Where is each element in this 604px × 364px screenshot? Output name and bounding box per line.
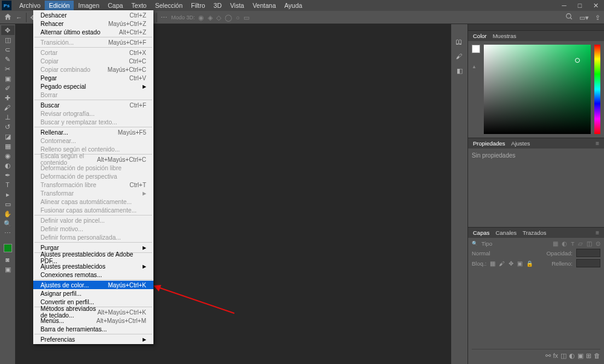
menu-item-asignar-perfil[interactable]: Asignar perfil... (33, 289, 153, 298)
tab-swatches[interactable]: Muestras (493, 33, 516, 39)
menu-edición[interactable]: Edición (45, 1, 74, 10)
fill-input[interactable] (576, 259, 600, 267)
tab-paths[interactable]: Trazados (522, 229, 546, 236)
blur-tool[interactable]: ◉ (1, 151, 14, 161)
more-icon[interactable]: ⋯ (161, 14, 167, 21)
lock-all-icon[interactable]: 🔒 (526, 260, 533, 267)
filter-type-icon[interactable]: T (571, 240, 574, 247)
learn-icon[interactable]: 🕮 (454, 36, 465, 47)
history-icon[interactable]: ◧ (454, 65, 465, 76)
crop-tool[interactable]: ✂ (1, 64, 14, 74)
hue-slider[interactable] (594, 45, 600, 134)
menu-vista[interactable]: Vista (226, 1, 248, 10)
3d-slide-icon[interactable]: ◇ (216, 14, 221, 21)
hand-tool[interactable]: ✋ (1, 209, 14, 219)
marquee-tool[interactable]: ◫ (1, 35, 14, 45)
quickmask-tool[interactable]: ◙ (1, 255, 14, 264)
pen-tool[interactable]: ✒ (1, 170, 14, 180)
3d-orbit-icon[interactable]: ◉ (198, 14, 204, 21)
lasso-tool[interactable]: ⊂ (1, 45, 14, 54)
search-icon[interactable] (565, 13, 573, 22)
menu-item-purgar[interactable]: Purgar▶ (33, 243, 153, 252)
layer-mask-icon[interactable]: ◫ (561, 352, 567, 359)
delete-layer-icon[interactable]: 🗑 (594, 352, 600, 359)
tab-adjustments[interactable]: Ajustes (511, 140, 530, 147)
menu-item-barra-de-herramientas[interactable]: Barra de herramientas... (33, 325, 153, 333)
3d-cam-icon[interactable]: ▭ (243, 14, 249, 21)
menu-ventana[interactable]: Ventana (248, 1, 280, 10)
history-brush-tool[interactable]: ↺ (1, 122, 14, 132)
menu-item-ajustes-preestablecidos-de-adobe-pdf[interactable]: Ajustes preestablecidos de Adobe PDF... (33, 254, 153, 262)
menu-filtro[interactable]: Filtro (187, 1, 209, 10)
workspace-icon[interactable]: ▭▾ (579, 14, 589, 21)
menu-item-pegado-especial[interactable]: Pegado especial▶ (33, 82, 153, 91)
screenmode-tool[interactable]: ▣ (1, 264, 14, 274)
heal-tool[interactable]: ✚ (1, 93, 14, 103)
layer-style-icon[interactable]: fx (553, 352, 558, 359)
group-icon[interactable]: ▣ (577, 352, 583, 359)
menu-archivo[interactable]: Archivo (15, 1, 45, 10)
brushes-icon[interactable]: 🖌 (454, 51, 465, 62)
zoom-tool[interactable]: 🔍 (1, 219, 14, 228)
menu-item-alternar-ltimo-estado[interactable]: Alternar último estadoAlt+Ctrl+Z (33, 28, 153, 36)
menu-capa[interactable]: Capa (104, 1, 127, 10)
lock-nested-icon[interactable]: ▣ (517, 260, 522, 267)
arrow-icon[interactable]: ← (16, 14, 22, 21)
panel-menu-icon[interactable]: ≡ (596, 229, 599, 236)
menu-item-ajustes-de-color[interactable]: Ajustes de color...Mayús+Ctrl+K (33, 281, 153, 289)
edit-toolbar[interactable]: ⋯ (1, 228, 14, 238)
eraser-tool[interactable]: ◪ (1, 132, 14, 141)
lock-transparent-icon[interactable]: ▦ (490, 260, 495, 267)
home-icon[interactable] (4, 13, 12, 22)
move-tool[interactable]: ✥ (1, 25, 14, 35)
fg-color-swatch[interactable] (472, 45, 480, 53)
menu-item-rehacer[interactable]: RehacerMayús+Ctrl+Z (33, 19, 153, 28)
new-layer-icon[interactable]: ⊞ (586, 352, 591, 359)
share-icon[interactable]: ⇪ (595, 14, 600, 21)
3d-roll-icon[interactable]: ○ (236, 14, 239, 21)
path-select-tool[interactable]: ▸ (1, 190, 14, 199)
menu-texto[interactable]: Texto (127, 1, 151, 10)
brush-tool[interactable]: 🖌 (1, 103, 14, 112)
gradient-tool[interactable]: ▦ (1, 141, 14, 151)
menu-item-conexiones-remotas[interactable]: Conexiones remotas... (33, 270, 153, 279)
filter-shape-icon[interactable]: ▱ (578, 240, 583, 247)
adjustment-layer-icon[interactable]: ◐ (569, 352, 575, 359)
lock-position-icon[interactable]: ✥ (509, 260, 513, 267)
color-swatches[interactable] (4, 241, 12, 255)
shape-tool[interactable]: ▭ (1, 199, 14, 209)
tab-channels[interactable]: Canales (495, 229, 516, 236)
3d-scale-icon[interactable]: ◯ (225, 14, 232, 21)
menu-selección[interactable]: Selección (151, 1, 187, 10)
eyedropper-tool[interactable]: ✐ (1, 83, 14, 93)
3d-pan-icon[interactable]: ◈ (208, 14, 213, 21)
frame-tool[interactable]: ▣ (1, 74, 14, 83)
filter-toggle[interactable]: ⊙ (596, 240, 600, 247)
tab-color[interactable]: Color (473, 33, 487, 39)
quick-select-tool[interactable]: ✎ (1, 54, 14, 64)
type-tool[interactable]: T (1, 180, 14, 190)
link-layers-icon[interactable]: ⚯ (545, 352, 551, 359)
menu-item-buscar[interactable]: BuscarCtrl+F (33, 101, 153, 109)
stamp-tool[interactable]: ⊥ (1, 112, 14, 122)
dodge-tool[interactable]: ◐ (1, 161, 14, 170)
menu-item-convertir-en-perfil[interactable]: Convertir en perfil... (33, 298, 153, 306)
close-button[interactable]: ✕ (592, 2, 599, 9)
opacity-input[interactable] (576, 249, 600, 257)
menu-item-rellenar[interactable]: Rellenar...Mayús+F5 (33, 128, 153, 136)
lock-pixels-icon[interactable]: 🖌 (499, 260, 505, 267)
menu-item-preferencias[interactable]: Preferencias▶ (33, 335, 153, 343)
minimize-button[interactable]: ─ (561, 2, 568, 9)
tab-properties[interactable]: Propiedades (473, 140, 505, 147)
menu-item-m-todos-abreviados-de-teclado[interactable]: Métodos abreviados de teclado...Alt+Mayú… (33, 308, 153, 316)
menu-3d[interactable]: 3D (210, 1, 226, 10)
tab-layers[interactable]: Capas (473, 229, 489, 236)
menu-item-pegar[interactable]: PegarCtrl+V (33, 74, 153, 82)
filter-smart-icon[interactable]: ◫ (586, 240, 592, 247)
menu-item-deshacer[interactable]: DeshacerCtrl+Z (33, 11, 153, 19)
filter-pixel-icon[interactable]: ▦ (553, 240, 558, 247)
blend-mode-label[interactable]: Normal (472, 250, 490, 257)
filter-adj-icon[interactable]: ◐ (562, 240, 567, 247)
panel-menu-icon[interactable]: ≡ (596, 140, 599, 147)
color-picker-area[interactable] (484, 45, 591, 134)
